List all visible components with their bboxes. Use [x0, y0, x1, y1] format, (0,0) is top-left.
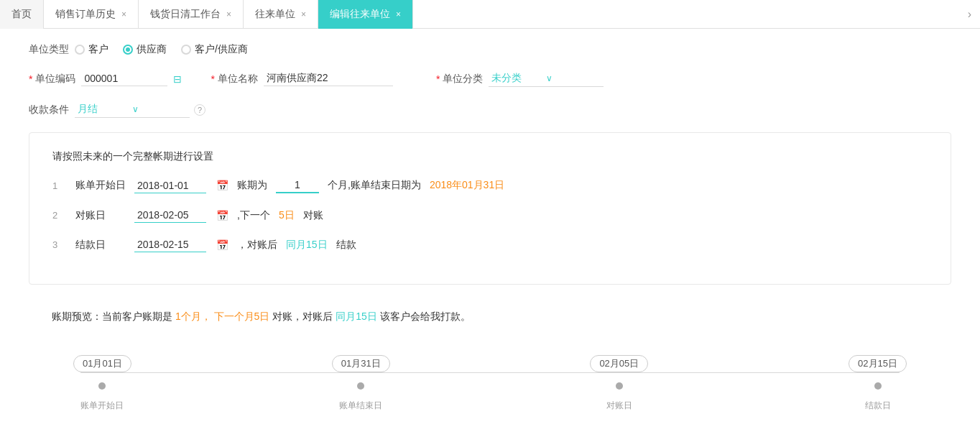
- unit-info-row: * 单位编码 ⊟ * 单位名称 * 单位分类 未分类 ∨: [29, 70, 951, 87]
- section-title: 请按照未来的一个完整帐期进行设置: [52, 150, 928, 163]
- unit-name-required: *: [211, 73, 214, 85]
- reconcile-suffix: 对账: [303, 209, 323, 222]
- timeline-dot-2: [357, 382, 364, 390]
- settings-section: 请按照未来的一个完整帐期进行设置 1 账单开始日 📅 账期为 个月,账单结束日期…: [29, 132, 951, 285]
- timeline-sublabel-1: 账单开始日: [80, 400, 124, 412]
- unit-category-required: *: [436, 73, 440, 85]
- timeline-container: 01月01日 账单开始日 01月31日 账单结束日 02月05日: [52, 341, 928, 426]
- payment-terms-value: 月结: [78, 103, 132, 116]
- main-content: 单位类型 客户 供应商 客户/供应商 * 单位编码 ⊟ * 单位名称 *: [0, 29, 980, 437]
- reconcile-cal-icon[interactable]: 📅: [216, 210, 228, 221]
- payment-prefix: ，对账后: [237, 239, 277, 252]
- radio-circle-supplier: [123, 45, 133, 55]
- radio-both[interactable]: 客户/供应商: [181, 43, 248, 56]
- timeline-point-1: 01月01日 账单开始日: [73, 355, 131, 412]
- preview-part1: 1个月，: [175, 310, 211, 322]
- billing-start-row: 1 账单开始日 📅 账期为 个月,账单结束日期为 2018年01月31日: [52, 178, 928, 193]
- preview-part3: 同月15日: [336, 310, 377, 322]
- reconcile-date[interactable]: [134, 208, 206, 223]
- timeline-dot-1: [98, 382, 106, 390]
- timeline-sublabel-4: 结款日: [865, 400, 891, 412]
- row-num-2: 2: [52, 210, 67, 221]
- tab-cashflow[interactable]: 钱货日清工作台 ×: [139, 0, 244, 29]
- row-num-3: 3: [52, 239, 67, 250]
- payment-terms-label: 收款条件: [29, 104, 69, 116]
- tab-close-cashflow[interactable]: ×: [226, 9, 231, 19]
- unit-name-input[interactable]: [264, 71, 393, 86]
- billing-start-cal-icon[interactable]: 📅: [216, 180, 228, 191]
- timeline-label-3: 02月05日: [590, 355, 648, 372]
- payment-terms-chevron: ∨: [132, 104, 187, 114]
- unit-type-radio-group: 客户 供应商 客户/供应商: [75, 43, 248, 56]
- unit-type-row: 单位类型 客户 供应商 客户/供应商: [29, 43, 951, 56]
- reconcile-label: 对账日: [75, 209, 126, 222]
- payment-day-highlight: 同月15日: [286, 239, 328, 252]
- tab-expand-button[interactable]: ›: [959, 8, 980, 21]
- timeline-points: 01月01日 账单开始日 01月31日 账单结束日 02月05日: [52, 355, 928, 412]
- tab-close-edit-counterparty[interactable]: ×: [396, 9, 401, 19]
- timeline-label-1: 01月01日: [73, 355, 131, 372]
- preview-suffix: 该客户会给我打款。: [380, 310, 471, 322]
- reconcile-day-highlight: 5日: [279, 209, 295, 222]
- tab-counterparty[interactable]: 往来单位 ×: [244, 0, 318, 29]
- help-icon[interactable]: ?: [194, 104, 205, 116]
- tab-edit-counterparty[interactable]: 编辑往来单位 ×: [318, 0, 413, 29]
- preview-prefix: 账期预览：当前客户账期是: [52, 310, 172, 322]
- preview-section: 账期预览：当前客户账期是 1个月， 下一个月5日 对账，对账后 同月15日 该客…: [29, 299, 951, 437]
- timeline-label-4: 02月15日: [849, 355, 907, 372]
- unit-category-label: 单位分类: [443, 73, 483, 86]
- preview-text: 账期预览：当前客户账期是 1个月， 下一个月5日 对账，对账后 同月15日 该客…: [52, 310, 928, 323]
- billing-end-date-highlight: 2018年01月31日: [430, 179, 504, 192]
- payment-row: 3 结款日 📅 ，对账后 同月15日 结款: [52, 237, 928, 252]
- timeline-point-4: 02月15日 结款日: [849, 355, 907, 412]
- unit-code-label: 单位编码: [35, 73, 75, 86]
- preview-middle: 对账，对账后: [272, 310, 333, 322]
- unit-code-input[interactable]: [81, 71, 167, 86]
- payment-date[interactable]: [134, 237, 206, 252]
- row-num-1: 1: [52, 180, 67, 191]
- unit-category-chevron: ∨: [546, 73, 601, 83]
- timeline-sublabel-3: 对账日: [606, 400, 632, 412]
- unit-category-select[interactable]: 未分类 ∨: [489, 70, 604, 87]
- payment-suffix: 结款: [336, 239, 356, 252]
- timeline-point-2: 01月31日 账单结束日: [332, 355, 390, 412]
- unit-type-label: 单位类型: [29, 43, 69, 56]
- payment-terms-row: 收款条件 月结 ∨ ?: [29, 101, 951, 118]
- payment-label: 结款日: [75, 239, 126, 252]
- radio-circle-both: [181, 45, 191, 55]
- unit-category-value: 未分类: [491, 72, 546, 85]
- unit-code-required: *: [29, 73, 32, 85]
- radio-customer[interactable]: 客户: [75, 43, 108, 56]
- tab-bar: 首页 销售订单历史 × 钱货日清工作台 × 往来单位 × 编辑往来单位 × ›: [0, 0, 980, 29]
- billing-start-label: 账单开始日: [75, 179, 126, 192]
- preview-part2: 下一个月5日: [214, 310, 270, 322]
- tab-close-counterparty[interactable]: ×: [301, 9, 306, 19]
- billing-start-suffix-before: 账期为: [237, 179, 267, 192]
- radio-supplier[interactable]: 供应商: [123, 43, 167, 56]
- payment-cal-icon[interactable]: 📅: [216, 239, 228, 251]
- tab-close-sales-history[interactable]: ×: [121, 9, 126, 19]
- timeline-point-3: 02月05日 对账日: [590, 355, 648, 412]
- radio-circle-customer: [75, 45, 85, 55]
- reconcile-row: 2 对账日 📅 ,下一个 5日 对账: [52, 208, 928, 223]
- billing-start-date[interactable]: [134, 178, 206, 193]
- unit-name-label: 单位名称: [218, 73, 258, 86]
- timeline-label-2: 01月31日: [332, 355, 390, 372]
- tab-sales-history[interactable]: 销售订单历史 ×: [44, 0, 139, 29]
- timeline-sublabel-2: 账单结束日: [339, 400, 382, 412]
- reconcile-prefix: ,下一个: [237, 209, 270, 222]
- payment-terms-select[interactable]: 月结 ∨: [75, 101, 190, 118]
- period-input[interactable]: [276, 178, 319, 193]
- tab-home[interactable]: 首页: [0, 0, 44, 29]
- timeline-dot-3: [616, 382, 623, 390]
- billing-start-suffix-after: 个月,账单结束日期为: [328, 179, 421, 192]
- timeline-dot-4: [874, 382, 882, 390]
- copy-icon[interactable]: ⊟: [173, 73, 182, 85]
